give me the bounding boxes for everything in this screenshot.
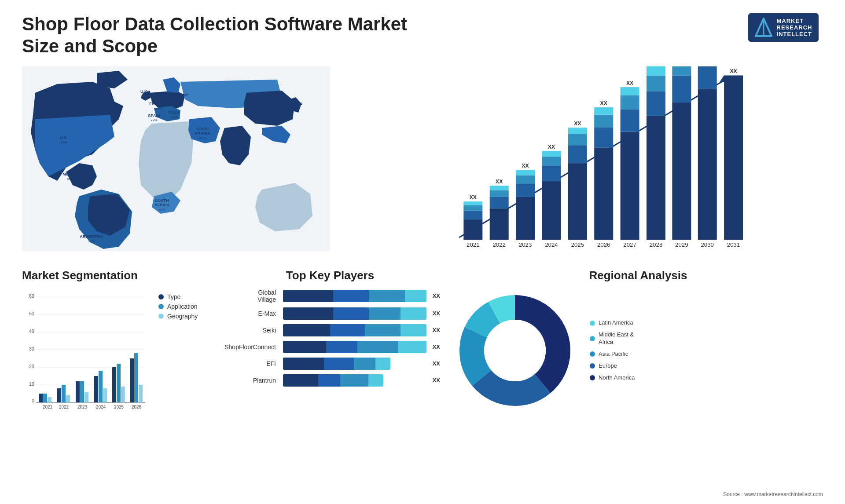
segmentation-section: Market Segmentation 60 50 40 30 20 10 0 bbox=[22, 269, 207, 440]
bar-seg3 bbox=[340, 374, 368, 387]
svg-text:10: 10 bbox=[29, 381, 34, 387]
svg-text:xx%: xx% bbox=[292, 106, 299, 110]
svg-rect-110 bbox=[43, 394, 47, 402]
svg-text:XX: XX bbox=[496, 179, 503, 185]
segmentation-title: Market Segmentation bbox=[22, 269, 207, 282]
bar-seg1 bbox=[283, 324, 330, 336]
svg-text:ARABIA: ARABIA bbox=[195, 131, 210, 135]
svg-rect-111 bbox=[48, 397, 51, 402]
type-dot bbox=[158, 294, 164, 299]
svg-text:2026: 2026 bbox=[597, 241, 610, 248]
svg-text:JAPAN: JAPAN bbox=[289, 102, 302, 106]
svg-text:40: 40 bbox=[29, 329, 34, 334]
logo-box: MARKET RESEARCH INTELLECT bbox=[748, 13, 819, 42]
player-value: XX bbox=[433, 377, 440, 383]
svg-rect-84 bbox=[672, 102, 691, 240]
svg-text:CANADA: CANADA bbox=[38, 105, 55, 109]
legend-north-america: North America bbox=[590, 374, 635, 382]
player-name: GlobalVillage bbox=[220, 289, 279, 303]
player-row: EFI XX bbox=[220, 358, 440, 370]
svg-rect-119 bbox=[84, 392, 88, 402]
svg-rect-68 bbox=[594, 127, 613, 147]
player-name: EFI bbox=[220, 360, 279, 367]
legend-middle-east: Middle East &Africa bbox=[590, 331, 635, 346]
svg-text:2023: 2023 bbox=[77, 405, 88, 409]
legend-container: Latin America Middle East &Africa Asia P… bbox=[590, 319, 635, 381]
bottom-section: Market Segmentation 60 50 40 30 20 10 0 bbox=[22, 269, 823, 440]
svg-rect-55 bbox=[542, 181, 561, 240]
svg-rect-44 bbox=[490, 197, 509, 208]
player-bar-container bbox=[283, 374, 426, 387]
svg-text:INDIA: INDIA bbox=[229, 141, 240, 146]
bar-seg1 bbox=[283, 358, 324, 370]
svg-rect-70 bbox=[594, 107, 613, 114]
top-section: CANADA xx% U.S. xx% MEXICO xx% BRAZIL xx… bbox=[22, 66, 823, 256]
svg-rect-51 bbox=[516, 175, 535, 183]
svg-text:SAUDI: SAUDI bbox=[196, 127, 209, 131]
page-title: Shop Floor Data Collection Software Mark… bbox=[22, 13, 418, 58]
bar-seg4 bbox=[400, 307, 426, 320]
svg-text:FRANCE: FRANCE bbox=[149, 102, 166, 106]
svg-text:U.K.: U.K. bbox=[140, 89, 148, 94]
player-bar bbox=[283, 307, 426, 320]
donut-chart bbox=[453, 289, 577, 412]
player-value: XX bbox=[433, 360, 440, 367]
player-name: Plantrun bbox=[220, 377, 279, 384]
latin-america-label: Latin America bbox=[599, 319, 633, 327]
svg-text:xx%: xx% bbox=[60, 140, 67, 144]
player-bar bbox=[283, 290, 426, 302]
middle-east-dot bbox=[590, 336, 595, 341]
player-value: XX bbox=[433, 292, 440, 299]
svg-rect-61 bbox=[568, 163, 587, 240]
svg-rect-121 bbox=[94, 376, 98, 402]
svg-rect-49 bbox=[516, 197, 535, 240]
svg-rect-69 bbox=[594, 114, 613, 127]
svg-rect-89 bbox=[698, 66, 717, 89]
svg-rect-123 bbox=[103, 388, 107, 402]
bar-seg1 bbox=[283, 341, 326, 353]
svg-rect-117 bbox=[76, 381, 80, 402]
svg-text:XX: XX bbox=[470, 194, 477, 201]
svg-text:CHINA: CHINA bbox=[260, 99, 273, 103]
svg-text:ARGENTINA: ARGENTINA bbox=[80, 234, 103, 239]
svg-text:2021: 2021 bbox=[467, 241, 480, 248]
svg-rect-50 bbox=[516, 183, 535, 197]
europe-label: Europe bbox=[599, 362, 617, 370]
svg-rect-56 bbox=[542, 165, 561, 181]
player-name: E-Max bbox=[220, 310, 279, 317]
svg-rect-38 bbox=[463, 210, 482, 219]
svg-text:xx%: xx% bbox=[199, 136, 206, 140]
svg-text:2023: 2023 bbox=[519, 241, 532, 248]
svg-rect-52 bbox=[516, 170, 535, 175]
svg-text:2022: 2022 bbox=[492, 241, 506, 248]
svg-rect-126 bbox=[117, 364, 121, 402]
svg-text:2024: 2024 bbox=[545, 241, 558, 248]
geo-label: Geography bbox=[167, 313, 198, 320]
logo-container: MARKET RESEARCH INTELLECT bbox=[744, 13, 823, 42]
svg-text:XX: XX bbox=[600, 100, 608, 106]
svg-text:2021: 2021 bbox=[43, 405, 53, 409]
svg-rect-91 bbox=[724, 75, 743, 240]
svg-rect-109 bbox=[39, 394, 43, 402]
svg-rect-63 bbox=[568, 134, 587, 145]
svg-text:xx%: xx% bbox=[158, 208, 165, 212]
legend-europe: Europe bbox=[590, 362, 635, 370]
asia-pacific-dot bbox=[590, 351, 595, 357]
logo-icon bbox=[755, 18, 772, 37]
svg-rect-130 bbox=[134, 353, 138, 402]
svg-rect-129 bbox=[130, 358, 134, 402]
header: Shop Floor Data Collection Software Mark… bbox=[22, 13, 823, 58]
svg-text:AFRICA: AFRICA bbox=[154, 203, 169, 207]
seg-legend-app: Application bbox=[158, 303, 198, 310]
svg-text:XX: XX bbox=[730, 68, 737, 74]
page-container: Shop Floor Data Collection Software Mark… bbox=[0, 0, 845, 504]
svg-text:XX: XX bbox=[574, 121, 581, 127]
player-bar-container bbox=[283, 324, 426, 336]
player-value: XX bbox=[433, 343, 440, 350]
player-row: GlobalVillage XX bbox=[220, 289, 440, 303]
bar-seg4 bbox=[405, 290, 426, 302]
svg-rect-64 bbox=[568, 128, 587, 134]
bar-seg2 bbox=[333, 307, 369, 320]
player-bar bbox=[283, 358, 390, 370]
svg-rect-88 bbox=[698, 89, 717, 240]
